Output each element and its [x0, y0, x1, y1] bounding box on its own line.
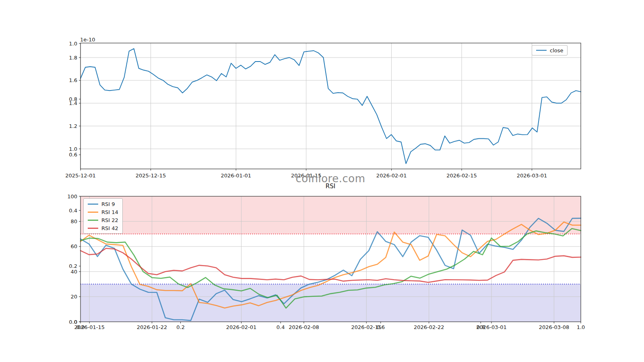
x-tick-label: 2026-03-08 — [539, 324, 570, 330]
x-tick-label: 2026-02-22 — [414, 324, 444, 330]
legend-label: RSI 14 — [101, 209, 118, 215]
x-tick-label: 2026-02-01 — [226, 324, 257, 330]
rsi9-line-sample — [88, 204, 98, 205]
y-tick-label: 40 — [70, 269, 77, 275]
y-tick-label: 60 — [70, 243, 77, 249]
rsi14-line-sample — [88, 212, 98, 213]
overlay-x-tick-label: 1.0 — [577, 324, 585, 330]
overlay-x-tick-label: 0.0 — [76, 324, 85, 330]
rsi-chart-title: RSI — [0, 183, 644, 190]
rsi42-line-sample — [88, 228, 98, 229]
y-tick-label: 1.2 — [69, 123, 77, 129]
legend-entry-rsi9: RSI 9 — [84, 200, 122, 208]
overlay-x-tick-label: 0.8 — [477, 324, 485, 330]
x-tick-label: 2026-01-22 — [137, 324, 167, 330]
overlay-x-tick-label: 0.6 — [376, 324, 385, 330]
legend-label: RSI 9 — [101, 201, 115, 207]
y-tick-label: 20 — [70, 294, 77, 300]
y-tick-label: 1.8 — [69, 55, 77, 61]
overbought-zone — [80, 196, 581, 234]
y-tick-label: 80 — [70, 218, 77, 224]
series-close — [80, 49, 581, 164]
overlay-y-tick-label: 1.0 — [69, 41, 77, 47]
axes-spines — [80, 43, 581, 169]
y-tick-label: 1.6 — [69, 77, 77, 83]
close-line-sample — [536, 50, 547, 51]
y-tick-label: 1.0 — [69, 146, 77, 152]
overlay-y-tick-label: 0.4 — [69, 208, 77, 214]
rsi22-line-sample — [88, 220, 98, 221]
legend-label: close — [550, 47, 563, 53]
legend-label: RSI 42 — [101, 225, 118, 231]
legend-label: RSI 22 — [101, 217, 118, 223]
legend-entry-rsi22: RSI 22 — [84, 216, 122, 224]
y-axis-offset-label: 1e-10 — [80, 37, 95, 43]
overlay-x-tick-label: 0.2 — [176, 324, 185, 330]
legend-entry-close: close — [532, 46, 567, 54]
x-tick-label: 2026-02-08 — [289, 324, 319, 330]
legend-entry-rsi42: RSI 42 — [84, 224, 122, 232]
rsi-legend: RSI 9 RSI 14 RSI 22 RSI 42 — [83, 198, 123, 234]
figure-canvas: 2025-12-012025-12-152026-01-012026-01-15… — [0, 0, 644, 362]
legend-entry-rsi14: RSI 14 — [84, 208, 122, 216]
overlay-y-tick-label: 0.6 — [69, 152, 77, 158]
overlay-y-tick-label: 0.2 — [69, 263, 77, 269]
price-legend: close — [532, 45, 568, 56]
overlay-x-tick-label: 0.4 — [277, 324, 285, 330]
y-tick-label: 100 — [67, 193, 77, 200]
overlay-y-tick-label: 0.8 — [69, 96, 77, 102]
